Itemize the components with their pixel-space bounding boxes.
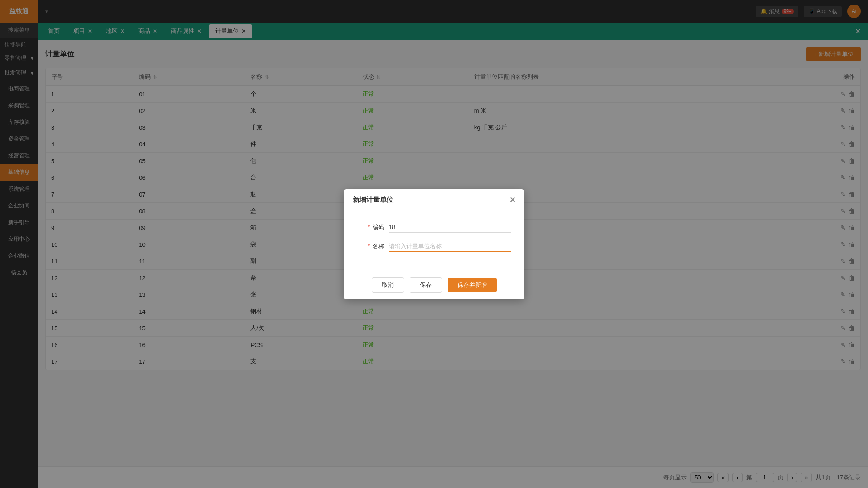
cancel-button[interactable]: 取消 (372, 277, 404, 293)
form-label-code: * 编码 (357, 223, 384, 231)
save-and-new-button[interactable]: 保存并新增 (448, 278, 497, 292)
form-row-code: * 编码 (357, 222, 511, 233)
code-input[interactable] (389, 222, 511, 233)
modal-overlay[interactable]: 新增计量单位 ✕ * 编码 * 名称 取消 保存 保存并新增 (0, 0, 868, 488)
modal-body: * 编码 * 名称 (344, 211, 524, 271)
save-button[interactable]: 保存 (410, 277, 442, 293)
form-row-name: * 名称 (357, 241, 511, 252)
name-input[interactable] (389, 241, 511, 252)
modal-footer: 取消 保存 保存并新增 (344, 271, 524, 299)
modal-title: 新增计量单位 (353, 196, 393, 204)
form-label-name: * 名称 (357, 242, 384, 250)
modal-header: 新增计量单位 ✕ (344, 189, 524, 211)
add-unit-modal: 新增计量单位 ✕ * 编码 * 名称 取消 保存 保存并新增 (344, 189, 524, 299)
modal-close-button[interactable]: ✕ (509, 196, 515, 204)
